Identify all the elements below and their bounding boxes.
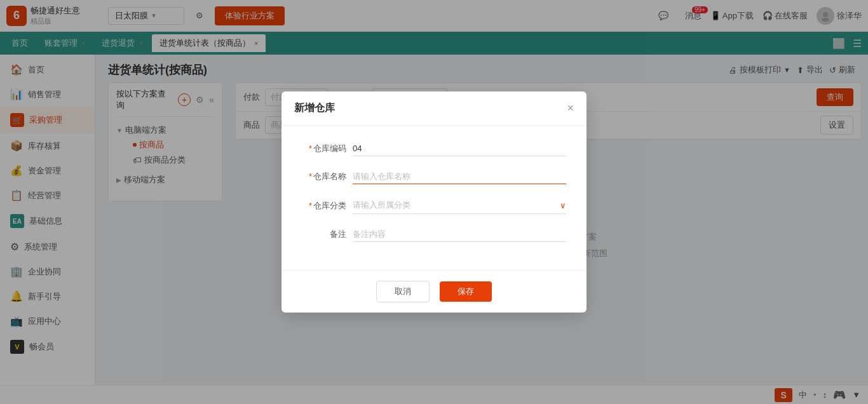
name-input[interactable] xyxy=(353,169,566,184)
code-input[interactable] xyxy=(353,141,566,156)
name-label: *仓库名称 xyxy=(302,171,353,182)
category-label: *仓库分类 xyxy=(302,200,353,212)
modal-close-button[interactable]: × xyxy=(567,102,574,115)
form-row-code: *仓库编码 xyxy=(302,141,566,156)
modal-title: 新增仓库 xyxy=(294,102,335,115)
note-label: 备注 xyxy=(302,229,353,240)
modal-footer: 取消 保存 xyxy=(281,270,587,313)
form-row-category: *仓库分类 请输入所属分类 ∨ xyxy=(302,197,566,214)
add-warehouse-modal: 新增仓库 × *仓库编码 *仓库名称 *仓库分类 请输入所属分类 ∨ xyxy=(281,91,587,313)
cancel-button[interactable]: 取消 xyxy=(376,281,430,302)
select-chevron-icon: ∨ xyxy=(560,201,566,210)
form-row-name: *仓库名称 xyxy=(302,169,566,184)
code-label: *仓库编码 xyxy=(302,143,353,154)
save-button[interactable]: 保存 xyxy=(440,281,492,302)
form-row-note: 备注 xyxy=(302,227,566,242)
modal-header: 新增仓库 × xyxy=(281,91,587,126)
note-input[interactable] xyxy=(353,227,566,242)
category-select[interactable]: 请输入所属分类 ∨ xyxy=(353,197,566,214)
modal-body: *仓库编码 *仓库名称 *仓库分类 请输入所属分类 ∨ 备注 xyxy=(281,126,587,270)
category-placeholder: 请输入所属分类 xyxy=(353,199,410,211)
